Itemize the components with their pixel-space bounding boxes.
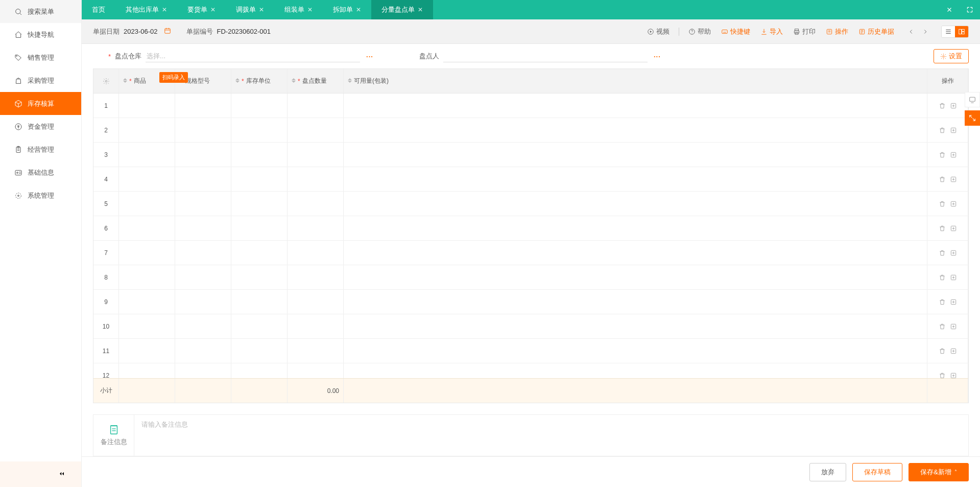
- prev-doc-icon[interactable]: [904, 28, 918, 35]
- col-product[interactable]: *商品扫码录入: [119, 69, 175, 93]
- cell-qty[interactable]: [288, 339, 344, 363]
- help-action[interactable]: 帮助: [685, 27, 714, 36]
- cell-spec[interactable]: [175, 290, 231, 314]
- discard-button[interactable]: 放弃: [809, 463, 846, 481]
- cell-product[interactable]: [119, 118, 175, 142]
- hotkeys-action[interactable]: 快捷键: [718, 27, 753, 36]
- cell-qty[interactable]: [288, 118, 344, 142]
- sidebar-item-3[interactable]: 采购管理: [0, 69, 81, 92]
- view-mode-list[interactable]: [942, 26, 955, 37]
- delete-row-icon[interactable]: [939, 323, 946, 330]
- tab-4[interactable]: 组装单✕: [274, 0, 323, 19]
- cell-qty[interactable]: [288, 265, 344, 289]
- cell-avail[interactable]: [344, 143, 927, 167]
- sidebar-item-1[interactable]: 快捷导航: [0, 23, 81, 46]
- operate-action[interactable]: 操作: [823, 27, 851, 36]
- cell-spec[interactable]: [175, 167, 231, 191]
- close-all-tabs-button[interactable]: [939, 0, 960, 19]
- cell-unit[interactable]: [231, 94, 288, 118]
- cell-unit[interactable]: [231, 167, 288, 191]
- cell-spec[interactable]: [175, 314, 231, 338]
- cell-spec[interactable]: [175, 339, 231, 363]
- cell-avail[interactable]: [344, 290, 927, 314]
- scan-entry-badge[interactable]: 扫码录入: [159, 72, 188, 83]
- cell-avail[interactable]: [344, 192, 927, 216]
- cell-product[interactable]: [119, 143, 175, 167]
- delete-row-icon[interactable]: [939, 176, 946, 183]
- cell-spec[interactable]: [175, 94, 231, 118]
- delete-row-icon[interactable]: [939, 127, 946, 134]
- history-action[interactable]: 历史单据: [855, 27, 897, 36]
- cell-unit[interactable]: [231, 314, 288, 338]
- table-row[interactable]: 8: [93, 265, 968, 290]
- cell-avail[interactable]: [344, 339, 927, 363]
- table-row[interactable]: 9: [93, 290, 968, 314]
- cell-unit[interactable]: [231, 265, 288, 289]
- cell-product[interactable]: [119, 241, 175, 265]
- cell-product[interactable]: [119, 339, 175, 363]
- fullscreen-button[interactable]: [960, 0, 980, 19]
- cell-product[interactable]: [119, 94, 175, 118]
- cell-avail[interactable]: [344, 94, 927, 118]
- cell-unit[interactable]: [231, 192, 288, 216]
- cell-unit[interactable]: [231, 143, 288, 167]
- sidebar-item-4[interactable]: 库存核算: [0, 92, 81, 115]
- cell-spec[interactable]: [175, 265, 231, 289]
- close-icon[interactable]: ✕: [162, 6, 167, 13]
- add-row-icon[interactable]: [950, 249, 957, 257]
- delete-row-icon[interactable]: [939, 151, 946, 158]
- sidebar-item-0[interactable]: 搜索菜单: [0, 0, 81, 23]
- add-row-icon[interactable]: [950, 200, 957, 207]
- cell-product[interactable]: [119, 216, 175, 240]
- cell-qty[interactable]: [288, 216, 344, 240]
- video-action[interactable]: 视频: [644, 27, 673, 36]
- delete-row-icon[interactable]: [939, 372, 946, 379]
- float-feedback-icon[interactable]: [965, 92, 980, 107]
- delete-row-icon[interactable]: [939, 225, 946, 232]
- cell-avail[interactable]: [344, 265, 927, 289]
- grid-config-icon[interactable]: [93, 69, 119, 93]
- delete-row-icon[interactable]: [939, 102, 946, 109]
- add-row-icon[interactable]: [950, 127, 957, 134]
- cell-qty[interactable]: [288, 192, 344, 216]
- add-row-icon[interactable]: [950, 151, 957, 158]
- cell-product[interactable]: [119, 290, 175, 314]
- cell-avail[interactable]: [344, 118, 927, 142]
- cell-avail[interactable]: [344, 241, 927, 265]
- cell-qty[interactable]: [288, 167, 344, 191]
- table-row[interactable]: 2: [93, 118, 968, 143]
- add-row-icon[interactable]: [950, 274, 957, 281]
- person-picker-icon[interactable]: ···: [652, 53, 663, 60]
- import-action[interactable]: 导入: [757, 27, 786, 36]
- print-action[interactable]: 打印: [790, 27, 819, 36]
- cell-product[interactable]: [119, 192, 175, 216]
- cell-unit[interactable]: [231, 216, 288, 240]
- cell-avail[interactable]: [344, 167, 927, 191]
- table-row[interactable]: 7: [93, 241, 968, 265]
- close-icon[interactable]: ✕: [307, 6, 313, 13]
- cell-avail[interactable]: [344, 216, 927, 240]
- cell-qty[interactable]: [288, 290, 344, 314]
- cell-qty[interactable]: [288, 143, 344, 167]
- add-row-icon[interactable]: [950, 176, 957, 183]
- table-row[interactable]: 1: [93, 94, 968, 118]
- calendar-icon[interactable]: [164, 27, 171, 36]
- sidebar-item-6[interactable]: 经营管理: [0, 138, 81, 161]
- person-input[interactable]: [443, 50, 648, 62]
- float-expand-icon[interactable]: [965, 110, 980, 126]
- add-row-icon[interactable]: [950, 298, 957, 306]
- tab-2[interactable]: 要货单✕: [177, 0, 226, 19]
- delete-row-icon[interactable]: [939, 274, 946, 281]
- cell-spec[interactable]: [175, 241, 231, 265]
- col-qty[interactable]: *盘点数量: [288, 69, 344, 93]
- cell-unit[interactable]: [231, 290, 288, 314]
- table-row[interactable]: 5: [93, 192, 968, 216]
- cell-spec[interactable]: [175, 143, 231, 167]
- table-row[interactable]: 6: [93, 216, 968, 241]
- warehouse-picker-icon[interactable]: ···: [364, 53, 375, 60]
- collapse-sidebar-icon[interactable]: [58, 470, 66, 479]
- cell-avail[interactable]: [344, 363, 927, 378]
- save-draft-button[interactable]: 保存草稿: [852, 463, 902, 481]
- tab-5[interactable]: 拆卸单✕: [323, 0, 371, 19]
- cell-spec[interactable]: [175, 118, 231, 142]
